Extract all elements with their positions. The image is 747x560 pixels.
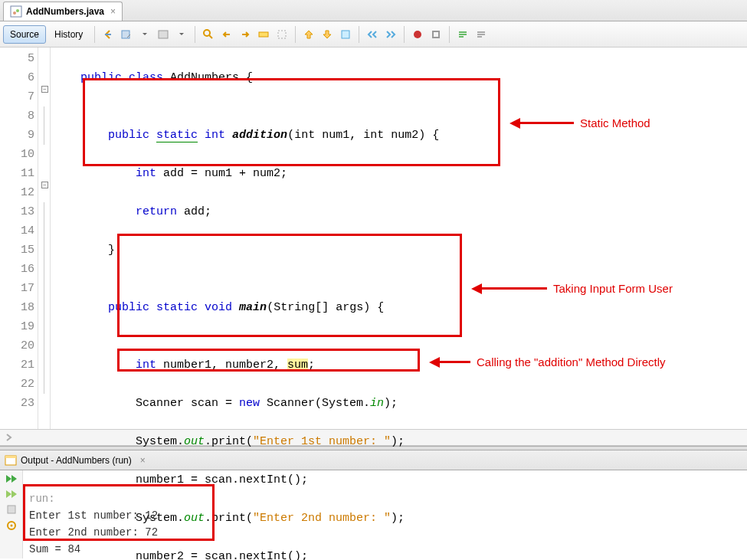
toggle-icon[interactable] (155, 26, 172, 43)
nav-back-icon[interactable] (100, 26, 116, 43)
source-tab[interactable]: Source (3, 25, 46, 44)
nav-forward-icon[interactable] (118, 26, 135, 43)
output-console[interactable]: run: Enter 1st number: 12 Enter 2nd numb… (23, 470, 747, 558)
highlight-icon[interactable] (255, 26, 272, 43)
prev-bookmark-icon[interactable] (300, 26, 317, 43)
output-line: Enter 2nd number: 72 (29, 526, 158, 539)
code-line: System.out.print("Enter 1st number: "); (60, 432, 747, 451)
svg-point-10 (414, 31, 421, 38)
editor-toolbar: Source History (0, 21, 747, 47)
find-prev-icon[interactable] (218, 26, 235, 43)
svg-rect-13 (5, 456, 16, 458)
code-line: public static void main(String[] args) { (60, 298, 747, 317)
svg-point-1 (13, 11, 16, 15)
separator (404, 26, 405, 43)
comment-icon[interactable] (454, 26, 471, 43)
code-line: } (60, 241, 747, 260)
svg-point-16 (10, 525, 12, 527)
svg-point-2 (16, 9, 19, 12)
stop-run-icon[interactable] (6, 504, 17, 515)
shift-left-icon[interactable] (364, 26, 381, 43)
close-tab-icon[interactable]: × (110, 6, 116, 17)
svg-rect-11 (433, 31, 439, 38)
file-tab[interactable]: AddNumbers.java × (3, 2, 123, 21)
record-macro-icon[interactable] (409, 26, 426, 43)
separator (94, 26, 95, 43)
code-line: Scanner scan = new Scanner(System.in); (60, 394, 747, 413)
settings-icon[interactable] (5, 519, 18, 532)
toggle-bookmark-icon[interactable] (337, 26, 354, 43)
dropdown-icon-2[interactable] (173, 26, 190, 43)
stop-macro-icon[interactable] (428, 26, 444, 43)
highlight-box-static-method (83, 78, 500, 166)
selection-icon[interactable] (274, 26, 290, 43)
code-line: return add; (60, 202, 747, 221)
uncomment-icon[interactable] (473, 26, 490, 43)
output-icon (5, 454, 17, 467)
code-content[interactable]: public class AddNumbers { public static … (51, 47, 747, 429)
separator (195, 26, 195, 43)
code-editor[interactable]: 5 6 7 8 9 10 11 12 13 14 15 16 17 18 19 … (0, 47, 747, 429)
separator (449, 26, 450, 43)
java-file-icon (10, 5, 22, 18)
output-line: Sum = 84 (29, 543, 80, 555)
fold-toggle-icon[interactable]: − (41, 182, 48, 188)
code-line: int add = num1 + num2; (60, 164, 747, 183)
rerun-icon[interactable] (5, 473, 18, 484)
svg-rect-8 (278, 31, 286, 38)
annotation-calling: Calling the "addition" Method Directly (429, 355, 666, 368)
output-line: Enter 1st number: 12 (29, 509, 158, 522)
svg-rect-0 (11, 6, 21, 17)
fold-toggle-icon[interactable]: − (41, 86, 48, 93)
file-tab-label: AddNumbers.java (26, 6, 104, 17)
rerun-alt-icon[interactable] (5, 489, 18, 499)
separator (359, 26, 359, 43)
svg-rect-9 (342, 31, 349, 38)
code-line: public class AddNumbers { (60, 68, 747, 87)
svg-point-6 (204, 30, 210, 36)
svg-rect-5 (159, 31, 168, 38)
svg-rect-4 (122, 31, 129, 38)
breadcrumb-chevron-icon (5, 433, 14, 442)
history-tab[interactable]: History (48, 25, 90, 44)
find-next-icon[interactable] (237, 26, 254, 43)
annotation-taking-input: Taking Input Form User (471, 282, 673, 295)
annotation-static-method: Static Method (509, 116, 650, 129)
fold-gutter: − − (38, 47, 51, 429)
svg-rect-3 (105, 34, 111, 35)
output-line: run: (29, 493, 55, 505)
line-number-gutter: 5 6 7 8 9 10 11 12 13 14 15 16 17 18 19 … (0, 47, 38, 429)
file-tab-bar: AddNumbers.java × (0, 0, 747, 21)
next-bookmark-icon[interactable] (319, 26, 336, 43)
svg-rect-7 (259, 32, 268, 37)
shift-right-icon[interactable] (382, 26, 399, 43)
output-panel: run: Enter 1st number: 12 Enter 2nd numb… (0, 470, 747, 558)
dropdown-icon[interactable] (136, 26, 153, 43)
output-toolbar (0, 470, 23, 558)
separator (295, 26, 296, 43)
find-icon[interactable] (200, 26, 217, 43)
svg-rect-14 (8, 506, 15, 513)
